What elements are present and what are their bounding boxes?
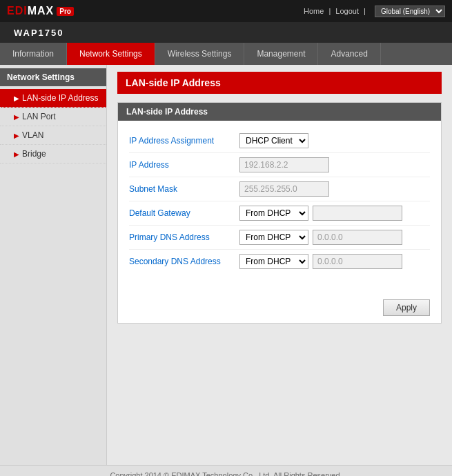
label-default-gateway: Default Gateway — [129, 208, 239, 218]
footer: Copyright 2014 © EDIMAX Technology Co., … — [0, 465, 452, 476]
input-default-gateway[interactable] — [313, 206, 402, 221]
home-link[interactable]: Home — [304, 7, 324, 15]
label-subnet-mask: Subnet Mask — [129, 184, 239, 194]
input-subnet-mask[interactable] — [239, 181, 329, 197]
label-ip-assignment: IP Address Assignment — [129, 136, 239, 146]
main-layout: Network Settings ▶ LAN-side IP Address ▶… — [0, 65, 452, 465]
input-ip-address[interactable] — [239, 157, 329, 172]
language-select[interactable]: Global (English) — [375, 6, 445, 17]
input-secondary-dns[interactable] — [313, 254, 402, 269]
main-nav: Information Network Settings Wireless Se… — [0, 43, 452, 65]
logout-link[interactable]: Logout — [335, 7, 359, 15]
sidebar-item-lan-ip[interactable]: ▶ LAN-side IP Address — [0, 89, 106, 108]
field-default-gateway: Default Gateway From DHCP Manual — [129, 201, 430, 226]
section-body: IP Address Assignment DHCP Client Static… — [118, 121, 441, 281]
arrow-icon: ▶ — [14, 113, 19, 121]
select-secondary-dns[interactable]: From DHCP Manual — [239, 254, 308, 269]
nav-item-wireless-settings[interactable]: Wireless Settings — [155, 43, 245, 65]
header: EDIMAX Pro Home | Logout | Global (Engli… — [0, 0, 452, 22]
nav-item-management[interactable]: Management — [244, 43, 318, 65]
sidebar: Network Settings ▶ LAN-side IP Address ▶… — [0, 65, 107, 465]
field-subnet-mask: Subnet Mask — [129, 177, 430, 201]
sidebar-item-vlan[interactable]: ▶ VLAN — [0, 126, 106, 145]
field-ip-address: IP Address — [129, 153, 430, 177]
nav-item-information[interactable]: Information — [0, 43, 67, 65]
control-ip-assignment: DHCP Client Static IP — [239, 133, 308, 148]
arrow-icon: ▶ — [14, 150, 19, 158]
sidebar-item-lan-port[interactable]: ▶ LAN Port — [0, 108, 106, 126]
control-secondary-dns: From DHCP Manual — [239, 254, 402, 269]
label-primary-dns: Primary DNS Address — [129, 232, 239, 242]
control-primary-dns: From DHCP Manual — [239, 230, 402, 245]
control-subnet-mask — [239, 181, 329, 197]
apply-button[interactable]: Apply — [383, 299, 430, 316]
nav-item-advanced[interactable]: Advanced — [318, 43, 380, 65]
sidebar-item-bridge[interactable]: ▶ Bridge — [0, 145, 106, 163]
field-primary-dns: Primary DNS Address From DHCP Manual — [129, 226, 430, 250]
field-ip-assignment: IP Address Assignment DHCP Client Static… — [129, 129, 430, 153]
select-primary-dns[interactable]: From DHCP Manual — [239, 230, 308, 245]
page-title: LAN-side IP Address — [117, 72, 442, 94]
device-bar: WAP1750 — [0, 22, 452, 43]
control-ip-address — [239, 157, 329, 172]
section-title: LAN-side IP Address — [118, 103, 441, 121]
footer-text: Copyright 2014 © EDIMAX Technology Co., … — [110, 471, 342, 477]
logo-pro: Pro — [57, 7, 74, 16]
field-secondary-dns: Secondary DNS Address From DHCP Manual — [129, 250, 430, 273]
nav-item-network-settings[interactable]: Network Settings — [67, 43, 155, 65]
select-default-gateway[interactable]: From DHCP Manual — [239, 206, 308, 221]
content-area: LAN-side IP Address LAN-side IP Address … — [107, 65, 452, 465]
device-name: WAP1750 — [14, 28, 64, 38]
arrow-icon: ▶ — [14, 95, 19, 102]
header-links: Home | Logout | Global (English) — [304, 6, 445, 17]
select-ip-assignment[interactable]: DHCP Client Static IP — [239, 133, 308, 148]
label-secondary-dns: Secondary DNS Address — [129, 257, 239, 266]
logo-area: EDIMAX Pro — [7, 5, 74, 17]
section-box: LAN-side IP Address IP Address Assignmen… — [117, 102, 442, 324]
sidebar-title: Network Settings — [0, 68, 106, 86]
logo-edimax: EDIMAX — [7, 5, 54, 17]
apply-row: Apply — [118, 281, 441, 323]
control-default-gateway: From DHCP Manual — [239, 206, 402, 221]
arrow-icon: ▶ — [14, 132, 19, 139]
input-primary-dns[interactable] — [313, 230, 402, 245]
label-ip-address: IP Address — [129, 160, 239, 170]
